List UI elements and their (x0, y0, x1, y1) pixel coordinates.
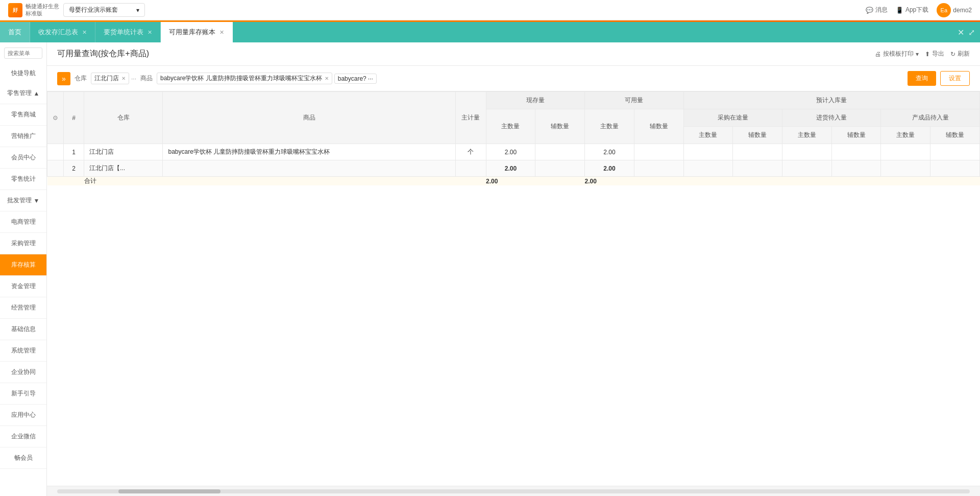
row2-warehouse: 江北门店【... (84, 160, 163, 177)
print-template-button[interactable]: 🖨 按模板打印 ▾ (875, 50, 919, 58)
top-bar-right: 💬 消息 📱 App下载 Ea demo2 (866, 3, 972, 17)
th-main-unit: 主计量 (455, 92, 486, 144)
sidebar: 快捷导航 零售管理 ▲ 零售商城 营销推广 会员中心 零售统计 批发管理 ▼ 电… (0, 42, 47, 496)
sidebar-item-purchase[interactable]: 采购管理 (0, 233, 46, 254)
chevron-down-icon2: ▾ (916, 51, 919, 58)
row1-avail-main: 2.00 (585, 144, 634, 160)
filter-actions: 查询 设置 (908, 71, 970, 86)
sidebar-item-retail-mgmt[interactable]: 零售管理 ▲ (0, 83, 46, 104)
logo-area: 好 畅捷通好生意 标准版 (8, 3, 59, 17)
th-product: 商品 (163, 92, 455, 144)
settings-icon[interactable]: ⚙ (53, 114, 58, 122)
th-warehouse: 仓库 (84, 92, 163, 144)
scroll-track[interactable] (57, 489, 970, 493)
row1-prod-main (881, 144, 930, 160)
row2-unit (455, 160, 486, 177)
th-purchase-intransit-group: 采购在途量 (683, 109, 782, 127)
page-title: 可用量查询(按仓库+商品) (57, 49, 149, 59)
main-layout: 快捷导航 零售管理 ▲ 零售商城 营销推广 会员中心 零售统计 批发管理 ▼ 电… (0, 42, 980, 496)
sidebar-item-member2[interactable]: 畅会员 (0, 447, 46, 469)
sidebar-item-retail-mall[interactable]: 零售商城 (0, 104, 46, 126)
row1-avail-aux (634, 144, 683, 160)
th-inbound-forecast-group: 预计入库量 (683, 92, 979, 109)
sidebar-item-operations[interactable]: 经营管理 (0, 297, 46, 319)
sidebar-item-quick-nav[interactable]: 快捷导航 (0, 64, 46, 83)
row1-warehouse: 江北门店 (84, 144, 163, 160)
th-pp-aux: 辅数量 (831, 127, 881, 144)
page-actions: 🖨 按模板打印 ▾ ⬆ 导出 ↻ 刷新 (875, 50, 970, 58)
sidebar-item-enterprise-wechat[interactable]: 企业微信 (0, 426, 46, 447)
sidebar-item-finance[interactable]: 资金管理 (0, 276, 46, 297)
logo-icon: 好 (8, 3, 22, 17)
warehouse-more-dots[interactable]: ··· (131, 75, 136, 82)
setting-button[interactable]: 设置 (940, 71, 970, 86)
search-input[interactable] (4, 48, 42, 59)
table-container: ⚙ # 仓库 商品 主计量 现存量 可用量 预计入库量 主数量 辅数量 主数量 (47, 91, 980, 486)
tab-close-receipts[interactable]: ✕ (82, 29, 87, 36)
tab-receipts[interactable]: 收发存汇总表 ✕ (30, 22, 95, 42)
sidebar-item-enterprise[interactable]: 企业协同 (0, 362, 46, 383)
warehouse-label: 仓库 (75, 74, 87, 83)
scroll-thumb[interactable] (118, 489, 220, 493)
summary-prod-aux (930, 177, 980, 186)
tab-bar-left: 首页 收发存汇总表 ✕ 要货单统计表 ✕ 可用量库存账本 ✕ (0, 22, 952, 42)
user-avatar-area[interactable]: Ea demo2 (937, 3, 972, 17)
sidebar-item-marketing[interactable]: 营销推广 (0, 126, 46, 147)
filter-toggle-button[interactable]: » (57, 72, 70, 85)
sidebar-item-member[interactable]: 会员中心 (0, 147, 46, 169)
org-selector[interactable]: 母婴行业演示账套 ▾ (63, 3, 145, 17)
summary-prod-main (881, 177, 930, 186)
sidebar-item-basic-info[interactable]: 基础信息 (0, 319, 46, 340)
tab-orders[interactable]: 要货单统计表 ✕ (95, 22, 161, 42)
message-button[interactable]: 💬 消息 (866, 6, 888, 14)
sidebar-item-wholesale-mgmt[interactable]: 批发管理 ▼ (0, 190, 46, 211)
table-row: 2 江北门店【... 2.00 2.00 (47, 160, 980, 177)
row1-product: babycare学饮杯 儿童防摔防撞吸管杯重力球吸嘴杯宝宝水杯 (163, 144, 455, 160)
sidebar-item-inventory-check[interactable]: 库存核算 (0, 254, 46, 276)
tab-close-all-button[interactable]: ✕ (958, 28, 964, 37)
summary-empty (47, 177, 84, 186)
export-button[interactable]: ⬆ 导出 (925, 50, 944, 58)
row2-prod-aux (930, 160, 980, 177)
row2-avail-aux (634, 160, 683, 177)
summary-row: 合计 2.00 2.00 (47, 177, 980, 186)
tab-close-inventory[interactable]: ✕ (219, 29, 224, 36)
warehouse-tags: 江北门店 ✕ ··· (91, 73, 136, 84)
summary-pp-aux (831, 177, 881, 186)
row1-pi-main (683, 144, 733, 160)
sidebar-item-app-center[interactable]: 应用中心 (0, 405, 46, 426)
query-button[interactable]: 查询 (908, 71, 936, 86)
summary-label: 合计 (84, 177, 486, 186)
sidebar-item-ecommerce[interactable]: 电商管理 (0, 211, 46, 233)
tab-bar: 首页 收发存汇总表 ✕ 要货单统计表 ✕ 可用量库存账本 ✕ ✕ ⤢ (0, 22, 980, 42)
app-download-button[interactable]: 📱 App下载 (896, 6, 928, 14)
tab-inventory[interactable]: 可用量库存账本 ✕ (161, 22, 233, 42)
tab-expand-button[interactable]: ⤢ (968, 28, 975, 37)
top-bar-left: 好 畅捷通好生意 标准版 母婴行业演示账套 ▾ (8, 3, 145, 17)
row1-pp-main (782, 144, 832, 160)
sidebar-item-new-guide[interactable]: 新手引导 (0, 383, 46, 405)
remove-product-tag[interactable]: ✕ (325, 76, 329, 81)
remove-warehouse-tag[interactable]: ✕ (121, 76, 126, 81)
logo-text: 畅捷通好生意 标准版 (26, 3, 59, 16)
sidebar-item-retail-stats[interactable]: 零售统计 (0, 169, 46, 190)
row2-product (163, 160, 455, 177)
row2-index: 2 (64, 160, 84, 177)
summary-current-main: 2.00 (486, 177, 535, 186)
th-current-aux: 辅数量 (535, 109, 585, 144)
top-bar: 好 畅捷通好生意 标准版 母婴行业演示账套 ▾ 💬 消息 📱 App下载 Ea … (0, 0, 980, 20)
th-prod-main: 主数量 (881, 127, 930, 144)
sidebar-item-system[interactable]: 系统管理 (0, 340, 46, 362)
product-tag-babycare: babycare学饮杯 儿童防摔防撞吸管杯重力球吸嘴杯宝宝水杯 ✕ (157, 73, 332, 84)
tab-home[interactable]: 首页 (0, 22, 30, 42)
row1-prod-aux (930, 144, 980, 160)
row2-prod-main (881, 160, 930, 177)
row2-pp-main (782, 160, 832, 177)
th-prod-aux: 辅数量 (930, 127, 980, 144)
tab-close-orders[interactable]: ✕ (148, 29, 152, 36)
chevron-down-icon: ▾ (136, 7, 139, 14)
avatar: Ea (937, 3, 951, 17)
summary-pi-main (683, 177, 733, 186)
th-current-main: 主数量 (486, 109, 535, 144)
refresh-button[interactable]: ↻ 刷新 (950, 50, 970, 58)
